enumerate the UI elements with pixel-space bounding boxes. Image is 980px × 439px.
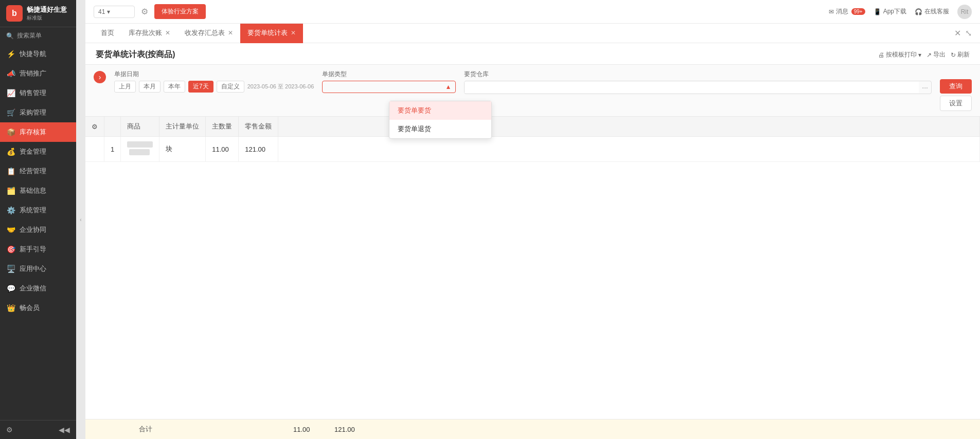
- guide-icon: 🎯: [6, 245, 15, 254]
- service-icon: 🎧: [915, 8, 922, 15]
- sidebar-item-sales[interactable]: 📈 销售管理: [0, 83, 76, 103]
- filter-settings-button[interactable]: 设置: [940, 96, 972, 111]
- date-btn-last-month[interactable]: 上月: [114, 81, 136, 93]
- table-footer: 合计 11.00 121.00: [85, 419, 980, 439]
- message-badge: 99+: [851, 8, 865, 15]
- app-logo: b 畅捷通好生意 标准版: [0, 0, 76, 27]
- date-btn-this-year[interactable]: 本年: [164, 81, 185, 93]
- industry-button[interactable]: 体验行业方案: [154, 4, 206, 19]
- sidebar-item-system[interactable]: ⚙️ 系统管理: [0, 200, 76, 220]
- footer-amount-total: 121.00: [328, 426, 369, 433]
- print-button[interactable]: 🖨 按模板打印 ▾: [878, 50, 921, 59]
- filter-bar: › 单据日期 上月 本月 本年 近7天 自定义 2023-05-06 至 202…: [85, 64, 980, 117]
- collapse-arrow-icon: ‹: [80, 217, 81, 223]
- col-settings[interactable]: ⚙: [85, 117, 104, 137]
- col-extra: [278, 117, 980, 137]
- sidebar-item-inventory[interactable]: 📦 库存核算: [0, 122, 76, 142]
- sidebar-search[interactable]: 🔍 搜索菜单: [0, 27, 76, 44]
- export-icon: ↗: [926, 51, 932, 59]
- sidebar-item-marketing[interactable]: 📣 营销推广: [0, 64, 76, 83]
- filter-toggle-button[interactable]: ›: [94, 71, 106, 83]
- app-download-button[interactable]: 📱 App下载: [874, 7, 906, 16]
- company-select[interactable]: 41 ▾: [94, 6, 135, 18]
- date-range-text: 2023-05-06 至 2023-06-06: [247, 83, 314, 90]
- cell-amount: 121.00: [239, 137, 278, 162]
- refresh-button[interactable]: ↻ 刷新: [951, 50, 970, 59]
- filter-actions: 查询 设置: [940, 79, 972, 111]
- operations-icon: 📋: [6, 167, 15, 176]
- sidebar-item-app-center[interactable]: 🖥️ 应用中心: [0, 259, 76, 279]
- print-dropdown-icon: ▾: [918, 51, 921, 59]
- tab-inventory-batch[interactable]: 库存批次账 ✕: [121, 24, 177, 43]
- sales-icon: 📈: [6, 88, 15, 98]
- sidebar-collapse-handle[interactable]: ‹: [76, 0, 85, 439]
- quick-nav-icon: ⚡: [6, 49, 15, 59]
- date-label: 单据日期: [114, 70, 314, 79]
- tab-close-order-summary[interactable]: ✕: [291, 29, 296, 36]
- date-btn-7days[interactable]: 近7天: [188, 81, 213, 93]
- table-wrap: ⚙ 商品 主计量单位 主数量 零售金额 1: [85, 117, 980, 419]
- online-service-button[interactable]: 🎧 在线客服: [915, 7, 949, 16]
- col-unit: 主计量单位: [159, 117, 206, 137]
- warehouse-input-row: ···: [464, 81, 932, 94]
- sidebar-item-member[interactable]: 👑 畅会员: [0, 298, 76, 318]
- header-settings-icon[interactable]: ⚙: [141, 7, 148, 16]
- finance-icon: 💰: [6, 147, 15, 156]
- sidebar-item-guide[interactable]: 🎯 新手引导: [0, 240, 76, 259]
- corp-icon: 🤝: [6, 225, 15, 234]
- company-dropdown-icon: ▾: [107, 8, 110, 15]
- collapse-footer-icon[interactable]: ◀◀: [59, 426, 70, 434]
- type-dropdown-toggle[interactable]: ▲: [441, 81, 455, 93]
- cell-settings: [85, 137, 104, 162]
- settings-footer-icon[interactable]: ⚙: [6, 426, 13, 434]
- export-button[interactable]: ↗ 导出: [926, 50, 946, 59]
- tab-order-summary[interactable]: 要货单统计表 ✕: [240, 24, 303, 43]
- message-icon: ✉: [829, 8, 834, 15]
- header-left: 41 ▾ ⚙ 体验行业方案: [94, 4, 206, 19]
- warehouse-input[interactable]: [465, 82, 919, 93]
- filter-type-group: 单据类型 ▲: [322, 70, 456, 93]
- tab-expand-icon[interactable]: ⤡: [965, 28, 972, 38]
- filter-date-group: 单据日期 上月 本月 本年 近7天 自定义 2023-05-06 至 2023-…: [114, 70, 314, 93]
- message-button[interactable]: ✉ 消息 99+: [829, 7, 865, 16]
- tab-close-inventory-batch[interactable]: ✕: [165, 29, 170, 36]
- warehouse-label: 要货仓库: [464, 70, 932, 79]
- tab-receive-summary[interactable]: 收发存汇总表 ✕: [177, 24, 240, 43]
- sidebar-item-quick-nav[interactable]: ⚡ 快捷导航: [0, 44, 76, 64]
- query-button[interactable]: 查询: [940, 79, 972, 94]
- sidebar: b 畅捷通好生意 标准版 🔍 搜索菜单 ⚡ 快捷导航 📣 营销推广 📈 销售管理…: [0, 0, 76, 439]
- sidebar-item-purchase[interactable]: 🛒 采购管理: [0, 103, 76, 122]
- col-goods: 商品: [121, 117, 159, 137]
- logo-icon: b: [6, 5, 23, 22]
- top-header: 41 ▾ ⚙ 体验行业方案 ✉ 消息 99+ 📱 App下载 🎧 在线客服 Ri…: [85, 0, 980, 24]
- dropdown-item-order-goods[interactable]: 要货单要货: [389, 101, 491, 120]
- col-index: [104, 117, 121, 137]
- app-center-icon: 🖥️: [6, 264, 15, 273]
- tab-close-receive-summary[interactable]: ✕: [228, 29, 233, 36]
- basics-icon: 🗂️: [6, 186, 15, 195]
- dropdown-item-order-return[interactable]: 要货单退货: [389, 120, 491, 138]
- user-avatar[interactable]: Rit: [957, 5, 972, 19]
- logo-text: 畅捷通好生意 标准版: [27, 6, 67, 21]
- sidebar-item-operations[interactable]: 📋 经营管理: [0, 161, 76, 181]
- tab-close-all-icon[interactable]: ✕: [954, 28, 961, 38]
- page-title: 要货单统计表(按商品): [96, 49, 175, 60]
- member-icon: 👑: [6, 303, 15, 313]
- sidebar-footer: ⚙ ◀◀: [0, 420, 76, 439]
- search-icon: 🔍: [6, 32, 14, 40]
- type-input[interactable]: [323, 81, 441, 93]
- sidebar-item-corp[interactable]: 🤝 企业协同: [0, 220, 76, 240]
- print-icon: 🖨: [878, 51, 884, 59]
- tab-home[interactable]: 首页: [94, 24, 121, 43]
- page-header-actions: 🖨 按模板打印 ▾ ↗ 导出 ↻ 刷新: [878, 50, 970, 59]
- date-btn-custom[interactable]: 自定义: [217, 81, 244, 93]
- date-btn-this-month[interactable]: 本月: [139, 81, 161, 93]
- type-label: 单据类型: [322, 70, 456, 79]
- sidebar-item-finance[interactable]: 💰 资金管理: [0, 142, 76, 161]
- marketing-icon: 📣: [6, 69, 15, 78]
- sidebar-item-basics[interactable]: 🗂️ 基础信息: [0, 181, 76, 200]
- warehouse-more-icon[interactable]: ···: [919, 81, 931, 94]
- header-right: ✉ 消息 99+ 📱 App下载 🎧 在线客服 Rit: [829, 5, 972, 19]
- sidebar-item-wechat[interactable]: 💬 企业微信: [0, 279, 76, 298]
- tab-actions-right: ✕ ⤡: [954, 28, 972, 38]
